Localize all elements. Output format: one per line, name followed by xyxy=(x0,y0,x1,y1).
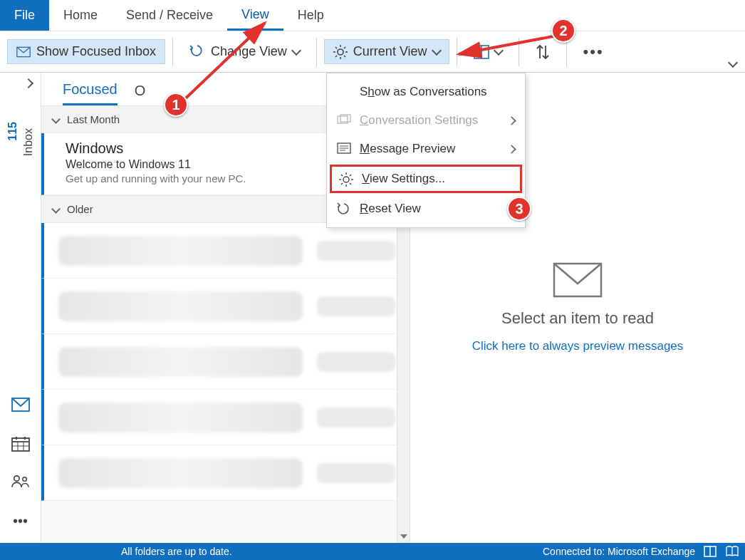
svg-line-6 xyxy=(335,47,337,48)
show-focused-inbox-button[interactable]: Show Focused Inbox xyxy=(7,39,165,64)
svg-point-1 xyxy=(338,49,343,55)
chevron-down-icon xyxy=(293,48,300,56)
navigation-rail: 115 Inbox ••• xyxy=(0,73,41,543)
reset-view-item[interactable]: Reset View xyxy=(327,195,525,223)
message-preview-item[interactable]: Message Preview xyxy=(327,135,525,163)
home-tab[interactable]: Home xyxy=(49,0,112,31)
other-tab[interactable]: O xyxy=(135,83,146,105)
ribbon-separator xyxy=(316,38,317,66)
annotation-marker-2: 2 xyxy=(551,19,575,43)
status-connection: Connected to: Microsoft Exchange xyxy=(543,546,695,557)
layout-icon xyxy=(474,45,489,59)
scroll-down-arrow[interactable] xyxy=(397,530,410,543)
group-label: Last Month xyxy=(67,113,120,125)
layout-button[interactable] xyxy=(464,40,511,64)
menu-item-label: Reset View xyxy=(360,202,421,216)
collapse-ribbon-button[interactable] xyxy=(729,59,741,71)
calendar-icon[interactable] xyxy=(11,436,30,452)
svg-point-22 xyxy=(14,476,19,481)
reset-icon xyxy=(337,202,351,215)
chevron-down-icon xyxy=(433,48,440,56)
mail-icon[interactable] xyxy=(11,398,30,413)
message-item-redacted[interactable] xyxy=(41,279,410,334)
message-item-redacted[interactable] xyxy=(41,445,410,501)
view-tab[interactable]: View xyxy=(227,0,283,31)
focused-tab[interactable]: Focused xyxy=(63,81,118,105)
ribbon-separator xyxy=(457,38,457,66)
svg-line-9 xyxy=(335,56,337,57)
conversation-icon xyxy=(337,114,351,127)
preview-icon xyxy=(337,142,351,155)
current-view-label: Current View xyxy=(353,44,427,59)
annotation-marker-1: 1 xyxy=(164,93,188,117)
chevron-right-icon xyxy=(509,146,515,152)
status-bar: All folders are up to date. Connected to… xyxy=(0,543,745,560)
menu-item-label: Conversation Settings xyxy=(360,113,478,128)
annotation-marker-3: 3 xyxy=(507,197,531,221)
view-normal-icon[interactable] xyxy=(704,546,717,557)
inbox-count: 115 xyxy=(6,122,19,141)
current-view-dropdown: Show as Conversations Conversation Setti… xyxy=(326,73,526,228)
checkbox-icon xyxy=(337,85,351,98)
gear-icon xyxy=(339,172,353,185)
always-preview-link[interactable]: Click here to always preview messages xyxy=(472,339,684,353)
people-icon[interactable] xyxy=(11,475,30,490)
menu-bar: File Home Send / Receive View Help xyxy=(0,0,745,31)
ribbon-separator xyxy=(519,38,519,66)
menu-item-label: Show as Conversations xyxy=(360,85,487,99)
svg-point-23 xyxy=(22,477,26,482)
change-view-button[interactable]: Change View xyxy=(180,39,309,64)
sort-button[interactable] xyxy=(526,39,559,65)
ribbon-separator xyxy=(172,38,173,66)
inbox-label[interactable]: Inbox xyxy=(22,128,35,156)
svg-line-36 xyxy=(341,175,343,176)
svg-line-8 xyxy=(344,47,345,48)
conversation-settings-item: Conversation Settings xyxy=(327,106,525,135)
show-as-conversations-item[interactable]: Show as Conversations xyxy=(327,78,525,106)
menu-item-label: View Settings... xyxy=(362,172,445,186)
message-item-redacted[interactable] xyxy=(41,334,410,390)
change-view-label: Change View xyxy=(211,44,287,59)
chevron-right-icon xyxy=(509,118,515,124)
svg-point-31 xyxy=(343,177,349,182)
message-item-redacted[interactable] xyxy=(41,223,410,279)
message-item-redacted[interactable] xyxy=(41,390,410,445)
view-reading-icon[interactable] xyxy=(725,546,739,557)
help-tab[interactable]: Help xyxy=(283,0,338,31)
current-view-button[interactable]: Current View xyxy=(324,39,449,64)
svg-line-38 xyxy=(350,175,351,176)
more-commands-button[interactable]: ••• xyxy=(574,38,613,66)
more-apps-icon[interactable]: ••• xyxy=(11,513,30,529)
ribbon: Show Focused Inbox Change View Current V… xyxy=(0,31,745,73)
svg-line-37 xyxy=(350,183,351,185)
menu-item-label: Message Preview xyxy=(360,142,455,156)
show-focused-inbox-label: Show Focused Inbox xyxy=(36,44,156,59)
reading-pane-title: Select an item to read xyxy=(501,309,654,328)
sort-icon xyxy=(536,44,550,60)
ellipsis-icon: ••• xyxy=(583,43,604,61)
gear-icon xyxy=(333,45,348,59)
inbox-focused-icon xyxy=(16,46,31,58)
send-receive-tab[interactable]: Send / Receive xyxy=(112,0,227,31)
svg-line-39 xyxy=(341,183,343,185)
status-folders: All folders are up to date. xyxy=(121,546,232,557)
change-view-icon xyxy=(189,45,205,59)
expand-nav-button[interactable] xyxy=(25,80,35,90)
view-settings-item[interactable]: View Settings... xyxy=(330,165,522,193)
svg-line-7 xyxy=(344,56,345,57)
chevron-down-icon xyxy=(53,116,60,123)
file-tab[interactable]: File xyxy=(0,0,49,31)
chevron-down-icon xyxy=(53,206,60,213)
envelope-icon xyxy=(553,262,603,298)
svg-rect-15 xyxy=(12,438,29,451)
chevron-down-icon xyxy=(495,48,502,56)
group-label: Older xyxy=(67,203,93,215)
